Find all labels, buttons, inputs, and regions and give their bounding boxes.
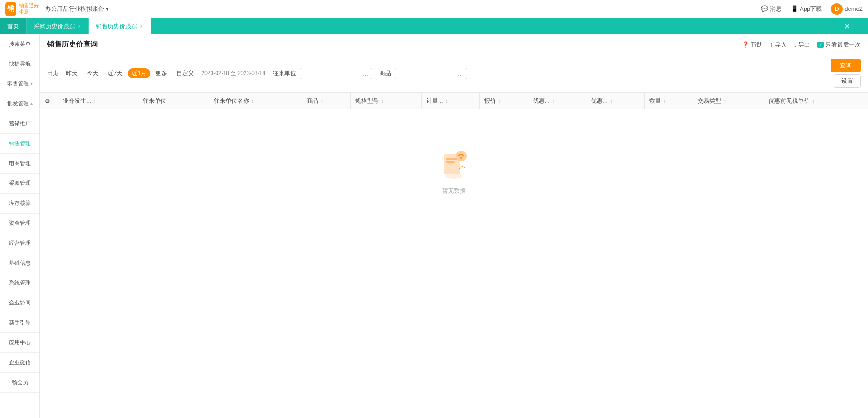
date-tab-more[interactable]: 更多 [152,68,171,78]
page-title-row: 销售历史价查询 ❓ 帮助 ↑ 导入 ↓ 导出 ✓ [47,40,861,49]
date-tab-today[interactable]: 今天 [83,68,102,78]
col-trade-type[interactable]: 交易类型 ↕ [693,93,764,109]
tab-sales-history[interactable]: 销售历史价跟踪 × [89,18,151,34]
retail-mgmt-section: 零售管理 ▾ [7,80,33,88]
fullscreen-btn[interactable]: ⛶ [855,22,863,30]
new-guide-label: 新手引导 [9,319,31,327]
col-pre-tax-price-label: 优惠前无税单价 [769,97,810,104]
filter-right: 查询 设置 [831,59,861,88]
col-discount2-label: 优惠... [591,97,608,104]
col-partner-name[interactable]: 往来单位名称 ↕ [209,93,302,109]
message-icon: 💬 [761,5,768,12]
date-tab-yesterday[interactable]: 昨天 [62,68,81,78]
sort-icon: ↕ [94,99,96,104]
avatar: D [831,3,843,15]
col-settings[interactable]: ⚙ [40,93,58,109]
sales-history-tab-label: 销售历史价跟踪 [96,22,137,30]
tab-home[interactable]: 首页 [0,18,27,34]
export-btn[interactable]: ↓ 导出 [794,41,811,49]
message-btn[interactable]: 💬 消息 [761,5,782,13]
member-label: 畅会员 [12,379,28,386]
svg-point-4 [456,151,467,162]
tab-bar-actions: ✕ ⛶ [844,22,868,31]
query-button[interactable]: 查询 [831,59,861,72]
import-icon: ↑ [770,41,773,48]
logo-text: 销售通好生意 [19,3,42,14]
empty-state: 暂无数据 [40,109,868,231]
sidebar-item-app-center[interactable]: 应用中心 [0,333,39,353]
empty-state-icon [436,145,472,181]
col-partner-code[interactable]: 往来单位 ↕ [138,93,209,109]
wholesale-mgmt-section: 批发管理 ▴ [7,100,33,108]
col-quoted-price[interactable]: 报价 ↕ [479,93,528,109]
sort-icon-4: ↕ [321,99,323,104]
sidebar-item-marketing[interactable]: 营销推广 [0,114,39,134]
sidebar-item-inventory[interactable]: 库存核算 [0,194,39,214]
sidebar-item-ecommerce-mgmt[interactable]: 电商管理 [0,154,39,174]
app-download-btn[interactable]: 📱 App下载 [791,5,822,13]
tab-purchase-history[interactable]: 采购历史价跟踪 × [27,18,89,34]
settings-button[interactable]: 设置 [834,74,861,88]
product-input[interactable]: ... [395,68,467,79]
sidebar-item-enterprise-collab[interactable]: 企业协同 [0,293,39,313]
col-discount2[interactable]: 优惠... ↕ [586,93,644,109]
col-quantity[interactable]: 数量 ↕ [644,93,693,109]
wholesale-mgmt-arrow: ▴ [30,100,33,107]
col-product[interactable]: 商品 ↕ [302,93,351,109]
sidebar-item-finance-mgmt[interactable]: 资金管理 [0,214,39,233]
col-biz-date[interactable]: 业务发生... ↕ [58,93,138,109]
col-discount1[interactable]: 优惠... ↕ [528,93,586,109]
sort-icon-8: ↕ [552,99,554,104]
marketing-label: 营销推广 [9,120,31,128]
sidebar-item-sales-mgmt[interactable]: 销售管理 [0,134,39,154]
user-profile[interactable]: D demo2 [831,3,863,15]
col-partner-code-label: 往来单位 [143,97,166,104]
col-discount1-label: 优惠... [533,97,550,104]
sidebar-item-basic-info[interactable]: 基础信息 [0,253,39,273]
operations-mgmt-label: 经营管理 [9,239,31,247]
sort-icon-9: ↕ [610,99,613,104]
date-tab-custom[interactable]: 自定义 [173,68,198,78]
col-unit[interactable]: 计量... ↕ [421,93,479,109]
sidebar-item-search-menu[interactable]: 搜索菜单 [0,34,39,54]
retail-mgmt-label: 零售管理 [7,80,29,88]
col-pre-tax-price[interactable]: 优惠前无税单价 ↕ [764,93,868,109]
sidebar-item-purchase-mgmt[interactable]: 采购管理 [0,174,39,194]
sidebar-item-quick-nav[interactable]: 快捷导航 [0,54,39,74]
home-tab-label: 首页 [7,22,19,30]
col-spec-label: 规格型号 [355,97,379,104]
sidebar-item-system-mgmt[interactable]: 系统管理 [0,273,39,293]
tab-bar: 首页 采购历史价跟踪 × 销售历史价跟踪 × ✕ ⛶ [0,18,868,34]
purchase-history-tab-label: 采购历史价跟踪 [34,22,75,30]
sort-icon-3: ↕ [251,99,254,104]
purchase-history-tab-close[interactable]: × [78,23,81,29]
sales-history-tab-close[interactable]: × [140,23,143,29]
gear-icon[interactable]: ⚙ [45,98,50,104]
help-btn[interactable]: ❓ 帮助 [742,41,763,49]
sidebar-item-wholesale-mgmt[interactable]: 批发管理 ▴ [0,94,39,114]
sidebar-item-operations-mgmt[interactable]: 经营管理 [0,233,39,253]
sidebar-item-retail-mgmt[interactable]: 零售管理 ▾ [0,74,39,94]
partner-input[interactable]: ... [300,68,372,79]
app-center-label: 应用中心 [9,339,31,347]
col-product-label: 商品 [307,97,318,104]
table-header-row: ⚙ 业务发生... ↕ 往来单位 ↕ 往来单位名称 ↕ [40,93,868,109]
sidebar-item-new-guide[interactable]: 新手引导 [0,313,39,333]
sort-icon-6: ↕ [445,99,448,104]
close-all-tabs-btn[interactable]: ✕ [844,22,850,31]
last-one-label: 只看最后一次 [826,41,861,49]
page-actions: ❓ 帮助 ↑ 导入 ↓ 导出 ✓ 只看最后一次 [742,41,861,49]
purchase-mgmt-label: 采购管理 [9,180,31,187]
app-selector[interactable]: 办公用品行业模拟账套 ▾ [45,5,109,13]
top-bar: 销 销售通好生意 办公用品行业模拟账套 ▾ 💬 消息 📱 App下载 D dem… [0,0,868,18]
import-btn[interactable]: ↑ 导入 [770,41,787,49]
sidebar-item-member[interactable]: 畅会员 [0,373,39,393]
product-input-dots: ... [458,70,463,77]
sort-icon-12: ↕ [812,99,815,104]
last-one-checkbox[interactable]: ✓ 只看最后一次 [817,41,861,49]
col-spec[interactable]: 规格型号 ↕ [351,93,422,109]
inventory-label: 库存核算 [9,200,31,207]
date-tab-last1month[interactable]: 近1月 [128,68,150,78]
sidebar-item-enterprise-wechat[interactable]: 企业微信 [0,353,39,373]
date-tab-last7days[interactable]: 近7天 [104,68,126,78]
